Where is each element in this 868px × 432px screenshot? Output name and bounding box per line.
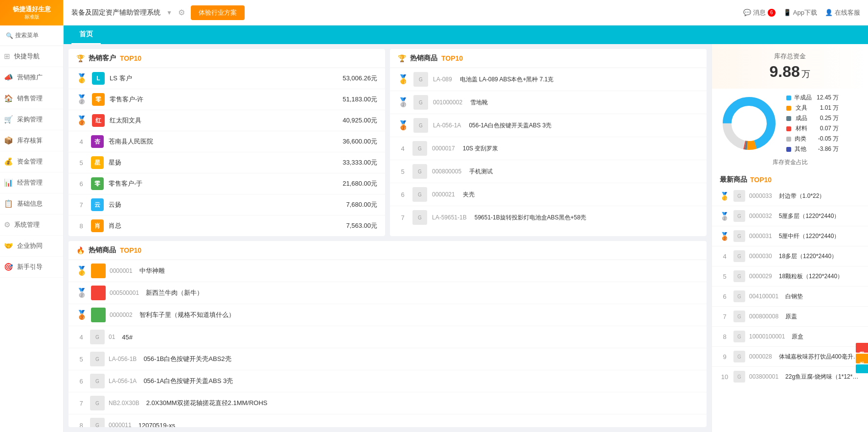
- nav-home[interactable]: 首页: [71, 25, 101, 44]
- customer-name: 星扬: [109, 158, 121, 167]
- customer-service-btn[interactable]: 客服热线: [856, 343, 868, 353]
- customer-name: 红太阳文具: [110, 116, 141, 125]
- app-download-button[interactable]: 📱 App下载: [783, 8, 817, 17]
- sidebar-item-quick-nav[interactable]: ⊞ 快捷导航: [0, 46, 63, 67]
- customer-amount: 40,925.00元: [343, 116, 377, 125]
- sidebar-item-marketing[interactable]: 📣 营销推广: [0, 67, 63, 88]
- customer-list-item[interactable]: 🥉 红 红太阳文具 40,925.00元: [69, 110, 385, 131]
- sidebar-item-label: 销售管理: [17, 94, 43, 103]
- product-name: 45#: [122, 334, 133, 341]
- customer-list-item[interactable]: 5 星 星扬 33,333.00元: [69, 152, 385, 173]
- topbar: 装备及固定资产辅助管理系统 ▼ ⚙ 体验行业方案 💬 消息 6 📱 App下载 …: [64, 0, 868, 25]
- inventory-value: 9.88: [770, 63, 800, 80]
- hot-product-list-item[interactable]: 4 G 01 45#: [69, 326, 707, 348]
- product-name: 056-1A白色按键开关盖ABS 3壳: [469, 121, 699, 130]
- product-image: [91, 286, 106, 300]
- sidebar-item-base-info[interactable]: 📋 基础信息: [0, 193, 63, 215]
- sidebar-item-enterprise[interactable]: 🤝 企业协同: [0, 236, 63, 257]
- top-section: 🏆 热销客户 TOP10 🥇 L LS 客户 53,006.26元 🥈 零 零售…: [69, 49, 707, 236]
- new-product-list-item[interactable]: 6 G 004100001 白钢垫: [712, 287, 868, 307]
- system-dropdown-icon[interactable]: ▼: [166, 9, 172, 16]
- right-column: 库存总资金 9.88 万: [711, 44, 868, 432]
- new-product-list-item[interactable]: 8 G 10000100001 原盒: [712, 327, 868, 347]
- new-product-list-item[interactable]: 🥉 G 0000031 5厘中纤（1220*2440）: [712, 226, 868, 246]
- customer-top10-title: 热销客户: [89, 54, 116, 63]
- product-name: 12070519-xs: [138, 422, 175, 428]
- sidebar-search-area[interactable]: 🔍 搜索菜单: [0, 25, 63, 46]
- community-btn[interactable]: 服务社区: [856, 354, 868, 363]
- message-icon: 💬: [743, 9, 751, 16]
- rank-silver-icon: 🥈: [720, 212, 730, 221]
- sidebar-item-sales[interactable]: 🏠 销售管理: [0, 88, 63, 109]
- legend-item: 文具 1.01 万: [786, 104, 839, 112]
- product-code: 0000032: [749, 213, 772, 219]
- hot-product-list-item[interactable]: 🥇 0000001 中华神雕: [69, 260, 707, 282]
- new-product-list-item[interactable]: 7 G 000800008 原盖: [712, 307, 868, 327]
- product-right-list-item[interactable]: 4 G 0000017 10S 变刮罗浆: [390, 137, 707, 160]
- new-product-header: 最新商品 TOP10: [712, 170, 868, 186]
- product-right-list-item[interactable]: 6 G 0000021 夹壳: [390, 183, 707, 206]
- message-button[interactable]: 💬 消息 6: [743, 8, 776, 17]
- sidebar-item-operations[interactable]: 📊 经营管理: [0, 172, 63, 193]
- legend-dot: [786, 96, 791, 100]
- product-right-list-item[interactable]: 🥉 G LA-056-1A 056-1A白色按键开关盖ABS 3壳: [390, 114, 707, 137]
- online-service-label: 在线客服: [835, 8, 860, 17]
- live-btn[interactable]: 直播: [856, 364, 868, 373]
- hot-product-list-item[interactable]: 8 G 0000011 12070519-xs: [69, 414, 707, 427]
- new-product-list-item[interactable]: 10 G 003800001 22g鱼豆腐-烧烤味（1*12*20）: [712, 367, 868, 386]
- trial-button[interactable]: 体验行业方案: [191, 5, 245, 20]
- online-service-button[interactable]: 👤 在线客服: [825, 8, 860, 17]
- product-name: 体城嘉枚味苏打饮品400毫升（1*15）: [779, 353, 860, 361]
- product-right-list-item[interactable]: 🥈 G 001000002 雪地靴: [390, 91, 707, 114]
- hot-product-list-item[interactable]: 5 G LA-056-1B 056-1B白色按键开关壳ABS2壳: [69, 348, 707, 370]
- search-menu-button[interactable]: 🔍 搜索菜单: [4, 29, 59, 42]
- rank-number: 4: [720, 253, 730, 260]
- customer-list-item[interactable]: 6 零 零售客户-于 21,680.00元: [69, 173, 385, 194]
- operations-icon: 📊: [4, 178, 13, 187]
- customer-list-item[interactable]: 7 云 云扬 7,680.00元: [69, 194, 385, 216]
- new-product-list-item[interactable]: 4 G 0000030 18多层（1220*2440）: [712, 246, 868, 266]
- customer-top10-badge: TOP10: [120, 54, 141, 62]
- sidebar-item-system[interactable]: ⚙ 系统管理: [0, 215, 63, 236]
- new-product-list-item[interactable]: 5 G 0000029 18颗粒板（1220*2440）: [712, 266, 868, 287]
- enterprise-icon: 🤝: [4, 241, 13, 250]
- hot-product-list-item[interactable]: 🥉 0000002 智利车子里（规格不知道填什么）: [69, 304, 707, 326]
- legend-dot: [786, 116, 791, 121]
- nav-home-label: 首页: [79, 30, 93, 39]
- product-thumbnail: G: [412, 141, 427, 156]
- legend-dot: [786, 106, 791, 111]
- product-right-list-item[interactable]: 🥇 G LA-089 电池盖 LA-089 ABS本色+黑种 7.1克: [390, 68, 707, 91]
- customer-amount: 36,600.00元: [343, 137, 377, 146]
- product-name: 5厘多层（1220*2440）: [779, 212, 860, 220]
- product-right-list-item[interactable]: 7 G LA-59651-1B 59651-1B旋转投影灯电池盒ABS黑色+58…: [390, 206, 707, 229]
- trophy2-icon: 🏆: [398, 54, 406, 62]
- new-product-list-item[interactable]: 🥇 G 0000033 封边带（1.0*22）: [712, 186, 868, 206]
- legend-name: 文具: [796, 104, 815, 112]
- product-name: 雪地靴: [470, 98, 699, 107]
- new-product-list-item[interactable]: 9 G 0000028 体城嘉枚味苏打饮品400毫升（1*15）: [712, 347, 868, 367]
- sidebar-item-inventory[interactable]: 📦 库存核算: [0, 130, 63, 151]
- customer-list-item[interactable]: 🥈 零 零售客户-许 51,183.00元: [69, 89, 385, 110]
- product-thumbnail: G: [412, 164, 427, 179]
- customer-list-item[interactable]: 8 肖 肖总 7,563.00元: [69, 216, 385, 236]
- sidebar-item-finance[interactable]: 💰 资金管理: [0, 151, 63, 172]
- chart-legend: 半成品 12.45 万 文具 1.01 万 成品 0.25 万 材料 0.07 …: [786, 94, 839, 153]
- sidebar-item-guide[interactable]: 🎯 新手引导: [0, 257, 63, 278]
- customer-list-item[interactable]: 🥇 L LS 客户 53,006.26元: [69, 68, 385, 89]
- product-name: 59651-1B旋转投影灯电池盒ABS黑色+58壳: [475, 214, 699, 222]
- settings-icon[interactable]: ⚙: [178, 8, 185, 17]
- product-right-list-item[interactable]: 5 G 000800005 手机测试: [390, 160, 707, 183]
- hot-product-list-item[interactable]: 7 G NB2.0X30B 2.0X30MM双搓花轴搓花直径2.1MM/ROHS: [69, 392, 707, 414]
- sidebar-item-purchase[interactable]: 🛒 采购管理: [0, 109, 63, 130]
- hot-product-list-item[interactable]: 🥈 000500001 新西兰牛肉（新牛）: [69, 282, 707, 304]
- new-product-list-item[interactable]: 🥈 G 0000032 5厘多层（1220*2440）: [712, 206, 868, 226]
- hot-product-panel: 🔥 热销商品 TOP10 🥇 0000001 中华神雕 🥈 000500001 …: [69, 241, 707, 427]
- sidebar-item-label: 营销推广: [17, 73, 43, 82]
- customer-list-item[interactable]: 4 杏 苍南县人民医院 36,600.00元: [69, 131, 385, 152]
- hot-product-list-item[interactable]: 6 G LA-056-1A 056-1A白色按键开关盖ABS 3壳: [69, 370, 707, 392]
- product-name: 2.0X30MM双搓花轴搓花直径2.1MM/ROHS: [146, 399, 268, 408]
- legend-name: 其他: [795, 145, 814, 153]
- customer-name: 肖总: [109, 221, 121, 230]
- rank-number: 7: [398, 214, 408, 221]
- sidebar-item-label: 系统管理: [14, 220, 40, 229]
